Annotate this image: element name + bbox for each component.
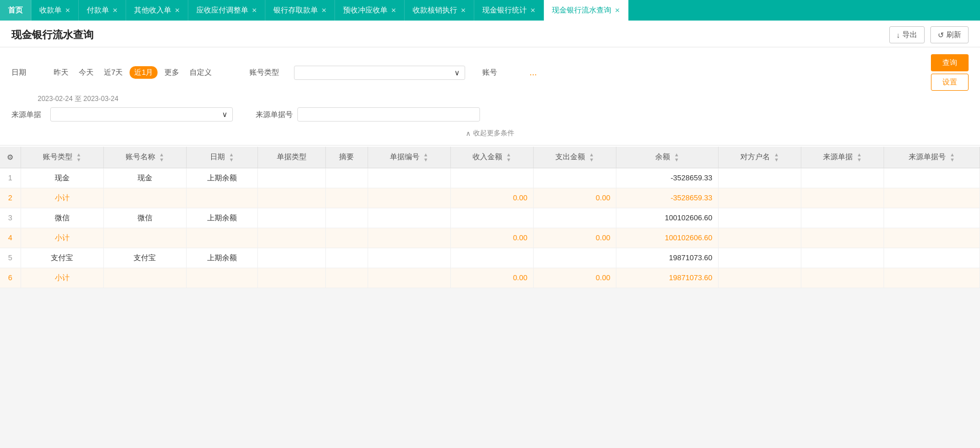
tab-label: 付款单 xyxy=(87,5,109,15)
tab-close-icon[interactable]: ✕ xyxy=(321,7,326,14)
tab-prepay[interactable]: 预收冲应收单✕ xyxy=(335,0,405,21)
refresh-label: 刷新 xyxy=(946,30,961,40)
cell-summary xyxy=(325,188,368,208)
cell-doc-no xyxy=(368,228,450,248)
tab-label: 其他收入单 xyxy=(134,5,171,15)
cell-doc-no xyxy=(368,168,450,188)
date-btn-more[interactable]: 更多 xyxy=(161,66,183,79)
tab-ar-ap-adjust[interactable]: 应收应付调整单✕ xyxy=(188,0,265,21)
cell-expense xyxy=(533,248,616,268)
filter-row-1: 日期 昨天 今天 近7天 近1月 更多 自定义 账号类型 ∨ 账号 ... 查询 xyxy=(11,54,969,91)
cell-counterpart xyxy=(718,188,801,208)
filter-row-2: 来源单据 ∨ 来源单据号 xyxy=(11,107,969,122)
cell-balance: -3528659.33 xyxy=(616,188,719,208)
col-date[interactable]: 日期 ▲▼ xyxy=(186,147,257,168)
tab-close-icon[interactable]: ✕ xyxy=(461,7,466,14)
tab-receipts[interactable]: 收款单✕ xyxy=(31,0,79,21)
tab-cash-flow[interactable]: 现金银行流水查询✕ xyxy=(544,0,628,21)
col-gear[interactable]: ⚙ xyxy=(0,147,21,168)
tab-other-income[interactable]: 其他收入单✕ xyxy=(126,0,188,21)
tab-close-icon[interactable]: ✕ xyxy=(615,7,620,14)
tab-close-icon[interactable]: ✕ xyxy=(391,7,396,14)
date-btn-7days[interactable]: 近7天 xyxy=(100,66,126,79)
cell-source-doc xyxy=(801,268,884,288)
collapse-up-icon: ∧ xyxy=(466,130,471,138)
table-row: 5支付宝支付宝上期余额19871073.60 xyxy=(0,248,980,268)
col-account-type[interactable]: 账号类型 ▲▼ xyxy=(21,147,103,168)
cell-doc-type xyxy=(258,188,325,208)
collapse-label: 收起更多条件 xyxy=(473,128,514,138)
tab-close-icon[interactable]: ✕ xyxy=(175,7,180,14)
cell-doc-type xyxy=(258,208,325,228)
col-doc-no[interactable]: 单据编号 ▲▼ xyxy=(368,147,450,168)
chevron-down-icon-2: ∨ xyxy=(222,110,228,119)
tab-label: 现金银行流水查询 xyxy=(552,5,611,15)
date-range-display: 2023-02-24 至 2023-03-24 xyxy=(38,95,118,103)
table-row: 2小计0.000.00-3528659.33 xyxy=(0,188,980,208)
table-row: 3微信微信上期余额100102606.60 xyxy=(0,208,980,228)
cell-account-name: 支付宝 xyxy=(103,248,186,268)
nav-tabs: 收款单✕付款单✕其他收入单✕应收应付调整单✕银行存取款单✕预收冲应收单✕收款核销… xyxy=(31,0,628,21)
table-row: 1现金现金上期余额-3528659.33 xyxy=(0,168,980,188)
cell-source-doc-no xyxy=(884,248,980,268)
col-income[interactable]: 收入金额 ▲▼ xyxy=(450,147,533,168)
tab-payments[interactable]: 付款单✕ xyxy=(79,0,126,21)
cell-balance: 19871073.60 xyxy=(616,268,719,288)
cell-account-name: 现金 xyxy=(103,168,186,188)
cell-expense: 0.00 xyxy=(533,228,616,248)
account-ellipsis-btn[interactable]: ... xyxy=(527,67,539,78)
date-btn-custom[interactable]: 自定义 xyxy=(186,66,215,79)
col-source-doc-no[interactable]: 来源单据号 ▲▼ xyxy=(884,147,980,168)
sort-icon-counterpart: ▲▼ xyxy=(774,152,779,163)
source-doc-num-input[interactable] xyxy=(297,107,480,122)
date-btn-today[interactable]: 今天 xyxy=(75,66,97,79)
settings-button[interactable]: 设置 xyxy=(931,74,969,91)
col-balance[interactable]: 余额 ▲▼ xyxy=(616,147,719,168)
tab-collection[interactable]: 收款核销执行✕ xyxy=(405,0,474,21)
table-body: 1现金现金上期余额-3528659.332小计0.000.00-3528659.… xyxy=(0,168,980,288)
sort-icon-expense: ▲▼ xyxy=(589,152,594,163)
tab-close-icon[interactable]: ✕ xyxy=(65,7,70,14)
tab-cash-stats[interactable]: 现金银行统计✕ xyxy=(474,0,544,21)
cell-doc-type xyxy=(258,228,325,248)
col-account-name[interactable]: 账号名称 ▲▼ xyxy=(103,147,186,168)
nav-home[interactable]: 首页 xyxy=(0,0,31,21)
source-doc-select[interactable]: ∨ xyxy=(50,107,233,122)
cell-account-name xyxy=(103,188,186,208)
tab-close-icon[interactable]: ✕ xyxy=(252,7,257,14)
date-btn-1month[interactable]: 近1月 xyxy=(130,66,158,79)
cell-account-type: 小计 xyxy=(21,268,103,288)
col-source-doc[interactable]: 来源单据 ▲▼ xyxy=(801,147,884,168)
col-counterpart[interactable]: 对方户名 ▲▼ xyxy=(718,147,801,168)
cell-counterpart xyxy=(718,228,801,248)
query-button[interactable]: 查询 xyxy=(931,54,969,71)
export-button[interactable]: ↓ 导出 xyxy=(889,26,925,43)
tab-bank-deposit[interactable]: 银行存取款单✕ xyxy=(265,0,335,21)
cell-summary xyxy=(325,168,368,188)
account-type-select[interactable]: ∨ xyxy=(294,66,465,80)
tab-close-icon[interactable]: ✕ xyxy=(530,7,535,14)
tab-close-icon[interactable]: ✕ xyxy=(112,7,118,14)
cell-source-doc xyxy=(801,168,884,188)
cell-doc-type xyxy=(258,268,325,288)
cell-balance: -3528659.33 xyxy=(616,168,719,188)
cell-balance: 100102606.60 xyxy=(616,228,719,248)
collapse-row[interactable]: ∧ 收起更多条件 xyxy=(11,126,969,140)
cell-source-doc xyxy=(801,228,884,248)
refresh-button[interactable]: ↺ 刷新 xyxy=(930,26,969,43)
cell-doc-no xyxy=(368,188,450,208)
cell-balance: 100102606.60 xyxy=(616,208,719,228)
col-expense[interactable]: 支出金额 ▲▼ xyxy=(533,147,616,168)
cell-expense xyxy=(533,208,616,228)
export-label: 导出 xyxy=(902,30,917,40)
table-header-row: ⚙ 账号类型 ▲▼ 账号名称 ▲▼ 日期 ▲▼ 单据类型 摘要 单据编号 ▲▼ … xyxy=(0,147,980,168)
cell-source-doc-no xyxy=(884,188,980,208)
date-btn-yesterday[interactable]: 昨天 xyxy=(50,66,72,79)
cell-counterpart xyxy=(718,248,801,268)
table-row: 6小计0.000.0019871073.60 xyxy=(0,268,980,288)
cell-source-doc-no xyxy=(884,208,980,228)
table-row: 4小计0.000.00100102606.60 xyxy=(0,228,980,248)
cell-summary xyxy=(325,248,368,268)
cell-income: 0.00 xyxy=(450,268,533,288)
cell-num: 3 xyxy=(0,208,21,228)
